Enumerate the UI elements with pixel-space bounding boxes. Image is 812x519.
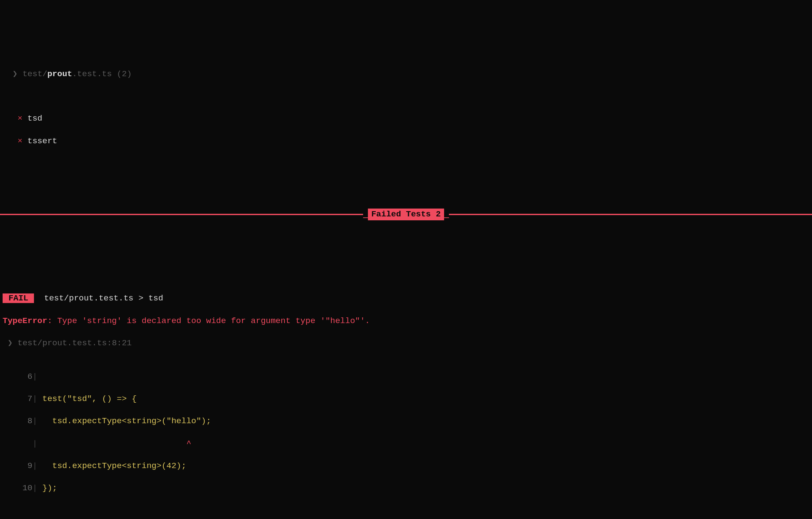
fail-header: FAIL test/prout.test.ts > tsd bbox=[0, 293, 812, 304]
test-name: tsd bbox=[27, 114, 42, 123]
caret-line: | ^ bbox=[0, 438, 812, 450]
line-number bbox=[23, 439, 33, 448]
code-line: 8| tsd.expectType<string>("hello"); bbox=[0, 416, 812, 427]
x-icon: × bbox=[17, 136, 22, 146]
separator: > bbox=[138, 293, 143, 303]
line-number: 10 bbox=[23, 483, 33, 493]
path-name: prout bbox=[47, 69, 72, 79]
failed-test-item: × tssert bbox=[0, 136, 812, 147]
code-text: tsd.expectType<string>("hello"); bbox=[42, 416, 211, 426]
path-suffix: .test.ts bbox=[72, 69, 112, 79]
path-prefix: test/ bbox=[23, 69, 47, 79]
fail-test-name: tsd bbox=[148, 293, 163, 303]
failed-test-item: × tsd bbox=[0, 113, 812, 125]
error-location: test/prout.test.ts:8:21 bbox=[17, 338, 131, 348]
line-number: 9 bbox=[23, 461, 33, 471]
line-number: 8 bbox=[23, 416, 33, 426]
x-icon: × bbox=[17, 114, 22, 123]
fail-path: test/prout.test.ts bbox=[44, 293, 133, 303]
test-name: tssert bbox=[27, 136, 57, 146]
fail-badge: FAIL bbox=[3, 293, 34, 303]
code-text: }); bbox=[42, 483, 57, 493]
divider-line bbox=[449, 214, 812, 215]
error-message: : Type 'string' is declared too wide for… bbox=[47, 316, 370, 326]
code-text: tsd.expectType<string>(42); bbox=[42, 461, 186, 471]
code-line: 7| test("tsd", () => { bbox=[0, 394, 812, 405]
code-line: 9| tsd.expectType<string>(42); bbox=[0, 461, 812, 472]
failure-block: FAIL test/prout.test.ts > tsd TypeError:… bbox=[0, 282, 812, 506]
location-line: ❯ test/prout.test.ts:8:21 bbox=[0, 338, 812, 349]
chevron-icon: ❯ bbox=[13, 69, 17, 79]
divider-line bbox=[0, 214, 363, 215]
line-number: 6 bbox=[23, 372, 33, 381]
error-type: TypeError bbox=[3, 316, 47, 326]
code-line: 10| }); bbox=[0, 483, 812, 494]
error-line: TypeError: Type 'string' is declared too… bbox=[0, 316, 812, 327]
file-header: ❯ test/prout.test.ts (2) bbox=[0, 57, 812, 80]
caret-icon: ^ bbox=[186, 439, 191, 448]
banner-label: Failed Tests 2 bbox=[368, 209, 445, 221]
code-text: test("tsd", () => { bbox=[42, 394, 137, 404]
code-line: 6| bbox=[0, 371, 812, 383]
line-number: 7 bbox=[23, 394, 33, 404]
test-count: (2) bbox=[117, 69, 131, 79]
failed-tests-banner: ⎯ Failed Tests 2 ⎯ bbox=[0, 209, 812, 220]
chevron-icon: ❯ bbox=[7, 338, 12, 348]
